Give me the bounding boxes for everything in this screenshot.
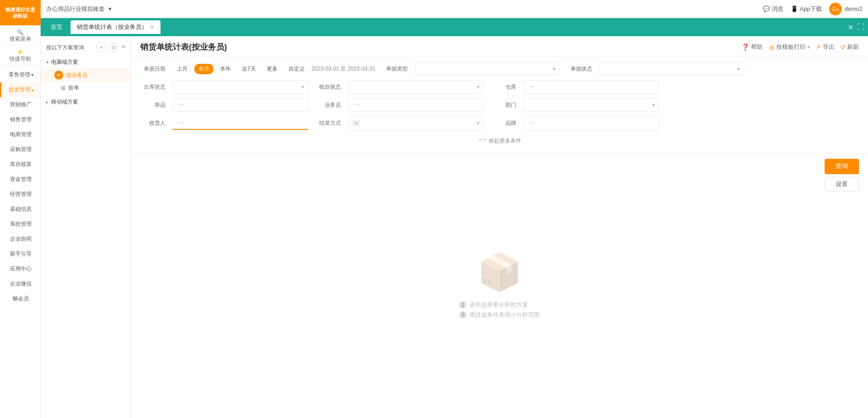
warehouse-input[interactable]: ···	[524, 80, 659, 94]
flash-icon: ⚡	[3, 49, 38, 55]
date-btn-last-month[interactable]: 上月	[173, 64, 192, 74]
sidebar-item-label: 搜索菜单	[3, 35, 38, 43]
sidebar-item-sales[interactable]: 销售管理	[0, 112, 40, 127]
brand-label: 品牌	[491, 119, 516, 127]
template-print-action[interactable]: 🖨 按模板打印 ▾	[768, 43, 810, 51]
settle-tag-close[interactable]: ×	[355, 120, 358, 126]
sidebar-item-label: 经营管理	[10, 190, 32, 198]
page-title: 销货单统计表(按业务员)	[140, 42, 227, 52]
goods-input[interactable]: ···	[173, 98, 308, 112]
goods-ellipsis-icon[interactable]: ···	[177, 101, 186, 109]
sidebar-item-ecom[interactable]: 电商管理	[0, 127, 40, 142]
plan-group-header-pc[interactable]: ▾ 电脑端方案	[41, 56, 131, 68]
tab-sales-stat[interactable]: 销货单统计表（按业务员） ✕	[71, 20, 160, 34]
settle-label: 结算方式	[316, 119, 341, 127]
plan-sub-item-by-order[interactable]: ⊞ 按单	[41, 82, 131, 94]
avatar: Ea	[829, 3, 842, 15]
sidebar-item-member[interactable]: 畅会员	[0, 291, 40, 306]
tab-expand-icon[interactable]: ⛶	[857, 23, 864, 32]
plan-group-mobile: ▸ 移动端方案	[41, 96, 131, 108]
sidebar-item-search[interactable]: 🔍 搜索菜单	[0, 25, 40, 45]
message-icon: 💬	[763, 5, 770, 12]
export-action[interactable]: ↗ 导出	[816, 43, 835, 51]
sidebar-item-purchase[interactable]: 采购管理	[0, 142, 40, 157]
receiver-label: 收货人	[140, 119, 165, 127]
user-info[interactable]: Ea demo2	[829, 3, 863, 15]
tab-home[interactable]: 首页	[44, 20, 69, 34]
tab-bar-right: ✕ ⛶	[848, 23, 864, 32]
date-btn-more[interactable]: 更多	[263, 64, 282, 74]
tab-bar: 首页 销货单统计表（按业务员） ✕ ✕ ⛶	[41, 18, 868, 36]
chevron-down-icon: ▾	[31, 72, 33, 77]
receiver-input[interactable]: ···	[173, 116, 308, 130]
template-print-label: 按模板打印	[776, 43, 806, 51]
sidebar-item-label: 库存核算	[10, 161, 32, 168]
staff-input[interactable]: ···	[348, 98, 484, 112]
sidebar-item-marketing[interactable]: 营销推广	[0, 97, 40, 112]
date-btn-custom[interactable]: 自定义	[284, 64, 309, 74]
staff-ellipsis-icon[interactable]: ···	[352, 101, 362, 109]
sidebar-item-corp-wechat[interactable]: 企业微信	[0, 276, 40, 291]
app-download-action[interactable]: 📱 App下载	[791, 5, 822, 13]
sidebar-item-finance[interactable]: 资金管理	[0, 172, 40, 187]
sidebar-item-wholesale[interactable]: 批发管理 ▴	[0, 82, 40, 97]
plan-item-label: 按业务员	[66, 71, 88, 79]
filter-area: 单据日期 上月 本月 本年 近7天 更多 自定义 2023-03-01 至 20…	[131, 57, 868, 153]
settings-plan-button[interactable]: ⊙	[109, 43, 119, 52]
collapse-filter-button[interactable]: ⌃⌃ 收起更多条件	[140, 134, 859, 147]
date-btn-this-year[interactable]: 本年	[216, 64, 235, 74]
sidebar-item-label: 企业协同	[10, 235, 32, 243]
sidebar-item-basic[interactable]: 基础信息	[0, 202, 40, 217]
print-icon: 🖨	[768, 43, 774, 51]
sidebar-item-retail[interactable]: 零售管理 ▾	[0, 67, 40, 82]
sidebar-item-system[interactable]: 系统管理	[0, 217, 40, 232]
sidebar-item-label: 新手引导	[10, 250, 32, 258]
sidebar-item-enterprise[interactable]: 企业协同	[0, 232, 40, 247]
sidebar-item-label: 销售管理	[10, 116, 32, 124]
export-label: 导出	[823, 43, 835, 51]
plan-group-header-mobile[interactable]: ▸ 移动端方案	[41, 96, 131, 108]
sidebar-item-label: 批发管理	[9, 86, 30, 94]
query-button[interactable]: 查询	[825, 159, 859, 174]
add-plan-button[interactable]: +	[96, 43, 106, 52]
tab-close-all-icon[interactable]: ✕	[848, 23, 854, 32]
sidebar-item-app-center[interactable]: 应用中心	[0, 261, 40, 276]
receiver-ellipsis-icon[interactable]: ···	[176, 119, 186, 127]
message-action[interactable]: 💬 消息	[763, 5, 783, 13]
out-status-select[interactable]: ▾	[173, 80, 308, 94]
sidebar-item-newbie[interactable]: 新手引导	[0, 247, 40, 261]
doc-type-select[interactable]: ▾	[415, 62, 560, 76]
collapse-panel-button[interactable]: «	[122, 43, 125, 52]
refresh-action[interactable]: ↺ 刷新	[840, 43, 859, 51]
dept-select[interactable]: ▾	[524, 98, 659, 112]
sidebar-item-operations[interactable]: 经营管理	[0, 187, 40, 202]
page-title-row: 销货单统计表(按业务员) ❓ 帮助 🖨 按模板打印 ▾ ↗ 导出	[131, 36, 868, 57]
sidebar-item-inventory[interactable]: 库存核算	[0, 157, 40, 172]
collapse-btn-label: 收起更多条件	[489, 137, 521, 145]
breadcrumb-dropdown-icon[interactable]: ▾	[108, 5, 112, 12]
empty-tips: 1 请先选择要分析的方案 2 用过滤条件来缩小分析范围	[459, 299, 540, 321]
refresh-label: 刷新	[847, 43, 859, 51]
brand-input[interactable]: ···	[524, 116, 659, 130]
sidebar-item-label: 资金管理	[10, 176, 32, 183]
plan-item-by-staff[interactable]: ★ 按业务员	[41, 68, 131, 82]
brand-ellipsis-icon[interactable]: ···	[528, 119, 537, 127]
sidebar-item-quicknav[interactable]: ⚡ 快捷导航	[0, 45, 40, 65]
warehouse-ellipsis-icon[interactable]: ···	[528, 83, 537, 91]
sidebar-item-label: 营销推广	[10, 101, 32, 109]
receipt-status-select[interactable]: ▾	[348, 80, 484, 94]
date-btn-last-7[interactable]: 近7天	[238, 64, 260, 74]
date-btn-this-month[interactable]: 本月	[194, 64, 213, 74]
plan-group-pc: ▾ 电脑端方案 ★ 按业务员 ⊞ 按单	[41, 56, 131, 94]
sidebar-divider	[4, 66, 36, 66]
doc-status-select[interactable]: ▾	[599, 62, 744, 76]
right-panel: 销货单统计表(按业务员) ❓ 帮助 🖨 按模板打印 ▾ ↗ 导出	[131, 36, 868, 418]
export-icon: ↗	[816, 43, 821, 51]
group-arrow-icon: ▾	[46, 60, 48, 65]
app-logo[interactable]: 畅捷通好生意 标账版	[0, 0, 41, 25]
tab-close-icon[interactable]: ✕	[150, 24, 154, 30]
help-action[interactable]: ❓ 帮助	[741, 43, 763, 51]
date-filter: 上月 本月 本年 近7天 更多 自定义 2023-03-01 至 2023-03…	[173, 64, 375, 74]
settle-select[interactable]: × ▾	[348, 116, 484, 130]
settings-button[interactable]: 设置	[825, 177, 859, 191]
